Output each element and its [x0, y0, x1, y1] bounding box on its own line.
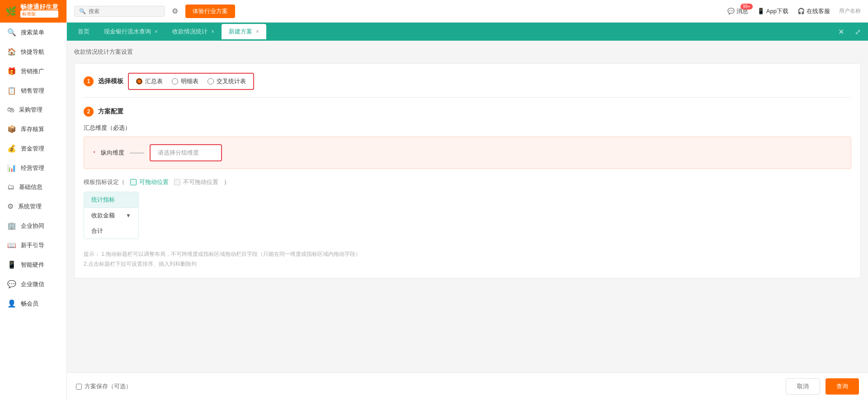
radio-detail-input[interactable] [172, 78, 178, 85]
topbar: 🔍 ⚙ 体验行业方案 💬 消息 99+ 📱 App下载 🎧 在线客服 用户名称 [67, 0, 868, 23]
dimension-select[interactable]: 请选择分组维度 [150, 144, 222, 161]
search-input[interactable] [89, 8, 152, 14]
notification-area[interactable]: 💬 消息 99+ [727, 7, 748, 15]
tabs-actions: ✕ ⤢ [835, 26, 864, 38]
expand-button[interactable]: ⤢ [851, 26, 864, 38]
download-label: App下载 [766, 7, 788, 15]
radio-summary-input[interactable] [136, 78, 142, 85]
non-draggable-checkbox[interactable] [174, 179, 180, 185]
close-all-button[interactable]: ✕ [835, 26, 848, 38]
logo-icon: 🌿 [5, 6, 17, 17]
sidebar-item-cooperation[interactable]: 🏢 企业协同 [0, 216, 66, 235]
tab-collection-stats[interactable]: 收款情况统计 × [165, 24, 222, 39]
footer-buttons: 取消 查询 [786, 378, 859, 395]
basic-info-icon: 🗂 [7, 183, 14, 191]
tab-bank-flow[interactable]: 现金银行流水查询 × [97, 24, 165, 39]
radio-cross[interactable]: 交叉统计表 [208, 77, 246, 85]
tab-new-plan-close[interactable]: × [256, 28, 259, 35]
sidebar-item-basic-info[interactable]: 🗂 基础信息 [0, 178, 66, 197]
radio-detail-label: 明细表 [181, 77, 198, 85]
sidebar-item-label: 采购管理 [19, 106, 42, 114]
sidebar-item-guide[interactable]: 📖 新手引导 [0, 235, 66, 255]
dimension-group-title: 汇总维度（必选） [84, 124, 851, 132]
radio-group: 汇总表 明细表 交叉统计表 [136, 77, 246, 85]
draggable-label: 可拖动位置 [139, 178, 169, 186]
save-checkbox[interactable] [76, 384, 82, 390]
gear-icon[interactable]: ⚙ [172, 7, 178, 15]
tip1: 提示： 1.拖动标题栏可以调整布局，不可跨维度或指标区域拖动栏目字段（只能在同一… [84, 249, 851, 259]
section1-title: 选择模板 [98, 77, 123, 85]
tab-new-plan-label: 新建方案 [229, 28, 252, 36]
vertical-dimension-row: * 纵向维度 —— 请选择分组维度 [93, 144, 842, 161]
indicator-settings: 模板指标设定（ 可拖动位置 不可拖动位置 ） 统计指标 [84, 178, 851, 240]
tab-bank-flow-label: 现金银行流水查询 [104, 28, 151, 36]
sidebar-item-member[interactable]: 👤 畅会员 [0, 294, 66, 313]
sidebar-item-label: 营销推广 [21, 67, 44, 75]
sidebar-item-sales[interactable]: 📋 销售管理 [0, 81, 66, 100]
vertical-dimension-label: 纵向维度 [101, 149, 124, 157]
radio-cross-input[interactable] [208, 78, 214, 85]
industry-button[interactable]: 体验行业方案 [185, 5, 235, 18]
sidebar-item-wechat[interactable]: 💬 企业微信 [0, 274, 66, 294]
notification-badge: 99+ [741, 4, 753, 9]
marketing-icon: 🎁 [7, 67, 16, 75]
tab-collection-close[interactable]: × [211, 28, 214, 35]
section2-title: 方案配置 [98, 108, 123, 116]
query-button[interactable]: 查询 [826, 378, 859, 395]
indicator-row-0[interactable]: 收款金额 ▼ [84, 208, 138, 223]
download-area[interactable]: 📱 App下载 [757, 7, 788, 15]
cancel-button[interactable]: 取消 [786, 378, 820, 395]
sidebar-item-label: 基础信息 [19, 183, 42, 191]
indicator-settings-title-prefix: 模板指标设定（ [84, 178, 125, 186]
member-icon: 👤 [7, 299, 16, 308]
template-selector: 汇总表 明细表 交叉统计表 [128, 73, 254, 90]
tab-new-plan[interactable]: 新建方案 × [222, 24, 266, 39]
radio-detail[interactable]: 明细表 [172, 77, 198, 85]
radio-summary[interactable]: 汇总表 [136, 77, 163, 85]
tab-home[interactable]: 首页 [71, 24, 97, 39]
indicator-dropdown-0[interactable]: ▼ [126, 212, 131, 219]
sidebar-item-quick-nav[interactable]: 🏠 快捷导航 [0, 42, 66, 61]
sidebar-item-label: 企业微信 [21, 280, 44, 288]
support-area[interactable]: 🎧 在线客服 [797, 7, 830, 15]
arrow-icon: —— [130, 149, 144, 157]
main-area: 🔍 ⚙ 体验行业方案 💬 消息 99+ 📱 App下载 🎧 在线客服 用户名称 … [67, 0, 868, 400]
tab-bank-flow-close[interactable]: × [155, 28, 158, 35]
non-draggable-toggle[interactable]: 不可拖动位置 [174, 178, 218, 186]
footer: 方案保存（可选） 取消 查询 [67, 372, 868, 400]
logo-text: 畅捷通好生意 [20, 3, 58, 11]
inventory-icon: 📦 [7, 125, 16, 133]
sidebar-item-search-menu[interactable]: 🔍 搜索菜单 [0, 23, 66, 42]
download-icon: 📱 [757, 8, 764, 14]
tab-bar: 首页 现金银行流水查询 × 收款情况统计 × 新建方案 × ✕ ⤢ [67, 23, 868, 41]
draggable-toggle[interactable]: 可拖动位置 [130, 178, 169, 186]
section1-num: 1 [84, 76, 94, 86]
sidebar-item-label: 搜索菜单 [21, 28, 44, 37]
sidebar-item-label: 快捷导航 [21, 48, 44, 56]
content-area: 收款情况统计方案设置 1 选择模板 汇总表 明细表 [67, 41, 868, 372]
sidebar-item-system[interactable]: ⚙ 系统管理 [0, 197, 66, 216]
sidebar-item-management[interactable]: 📊 经营管理 [0, 158, 66, 178]
sidebar-item-inventory[interactable]: 📦 库存核算 [0, 119, 66, 139]
sidebar-item-label: 畅会员 [21, 300, 38, 308]
wechat-icon: 💬 [7, 280, 16, 288]
draggable-checkbox[interactable] [130, 179, 137, 185]
sidebar-item-purchase[interactable]: 🛍 采购管理 [0, 100, 66, 119]
radio-cross-label: 交叉统计表 [217, 77, 246, 85]
indicator-label-0: 收款金额 [91, 212, 115, 220]
search-menu-icon: 🔍 [7, 28, 16, 37]
page-title: 收款情况统计方案设置 [74, 48, 861, 56]
radio-summary-label: 汇总表 [145, 77, 163, 85]
sidebar-item-label: 经营管理 [21, 164, 44, 172]
sidebar-item-label: 资金管理 [21, 145, 44, 153]
main-card: 1 选择模板 汇总表 明细表 交叉统计表 [74, 63, 861, 278]
sidebar-item-hardware[interactable]: 📱 智能硬件 [0, 255, 66, 274]
tab-home-label: 首页 [78, 28, 90, 36]
sidebar-item-label: 销售管理 [21, 87, 44, 95]
indicator-table-header: 统计指标 [84, 192, 138, 208]
search-box[interactable]: 🔍 [74, 6, 165, 17]
sidebar-item-finance[interactable]: 💰 资金管理 [0, 139, 66, 158]
sidebar-item-marketing[interactable]: 🎁 营销推广 [0, 61, 66, 81]
sales-icon: 📋 [7, 86, 16, 95]
section2: 2 方案配置 汇总维度（必选） * 纵向维度 —— 请选择分组维度 [84, 107, 851, 269]
